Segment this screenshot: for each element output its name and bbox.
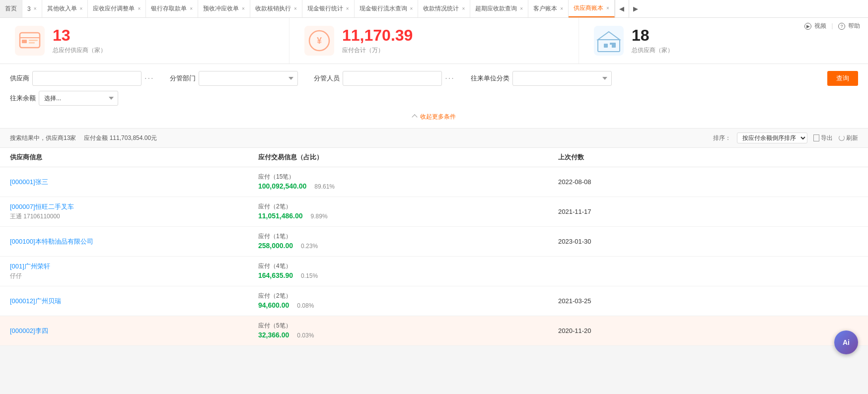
trans-percent: 0.15% xyxy=(301,272,318,279)
close-icon[interactable]: × xyxy=(190,6,193,11)
supplier-info-cell: [000002]李四 xyxy=(10,327,258,335)
refresh-icon xyxy=(839,135,845,141)
nav-payment-stats[interactable]: 收款情况统计 × xyxy=(418,0,470,17)
col-supplier-info: 供应商信息 xyxy=(10,153,258,162)
help-link[interactable]: 帮助 xyxy=(848,22,860,30)
video-link[interactable]: 视频 xyxy=(814,22,826,30)
nav-collection[interactable]: 收款核销执行 × xyxy=(250,0,302,17)
supplier-link[interactable]: [000007]恒旺二手叉车 xyxy=(10,203,74,210)
last-payment-cell: 2020-11-20 xyxy=(558,327,858,334)
trans-percent: 89.61% xyxy=(314,183,335,190)
last-payment-cell: 2021-11-17 xyxy=(558,208,858,215)
balance-field: 往来余额 选择... xyxy=(10,91,118,106)
stat-card-suppliers-payable: 13 总应付供应商（家） xyxy=(0,18,289,64)
table-row: [000001]张三 应付（15笔） 100,092,540.00 89.61%… xyxy=(0,167,868,197)
supplier-link[interactable]: [000100]本特勒油品有限公司 xyxy=(10,238,93,245)
transaction-info-cell: 应付（2笔） 94,600.00 0.08% xyxy=(258,292,558,310)
supplier-sub: 王通 17106110000 xyxy=(10,212,258,221)
nav-cash-stats[interactable]: 现金银行统计 × xyxy=(302,0,355,17)
chevron-up-icon xyxy=(412,114,417,120)
trans-amount[interactable]: 94,600.00 xyxy=(258,301,289,309)
supplier-field: 供应商 ··· xyxy=(10,71,154,86)
svg-text:¥: ¥ xyxy=(317,36,322,46)
supplier-input[interactable] xyxy=(32,71,142,86)
close-icon[interactable]: × xyxy=(462,6,465,11)
supplier-info-cell: [000012]广州贝瑞 xyxy=(10,297,258,306)
close-icon[interactable]: × xyxy=(346,6,349,11)
close-icon[interactable]: × xyxy=(560,6,563,11)
trans-label: 应付（15笔） xyxy=(258,173,558,181)
close-icon[interactable]: × xyxy=(34,6,37,11)
category-field: 往来单位分类 xyxy=(471,71,612,86)
close-icon[interactable]: × xyxy=(138,6,141,11)
top-nav: 首页 3 × 其他收入单 × 应收应付调整单 × 银行存取款单 × 预收冲应收单… xyxy=(0,0,868,18)
result-amount: 应付金额 111,703,854.00元 xyxy=(84,134,157,142)
person-field: 分管人员 ··· xyxy=(314,71,454,86)
trans-amount[interactable]: 258,000.00 xyxy=(258,242,293,250)
stats-bar: 13 总应付供应商（家） ¥ 11,170.39 应付合计（万） xyxy=(0,18,868,64)
trans-amount[interactable]: 32,366.00 xyxy=(258,331,289,339)
refresh-btn[interactable]: 刷新 xyxy=(839,134,858,142)
last-payment-cell: 2021-03-25 xyxy=(558,297,858,305)
dept-label: 分管部门 xyxy=(170,74,196,83)
sort-select[interactable]: 按应付余额倒序排序 xyxy=(737,132,807,143)
supplier-link[interactable]: [001]广州荣轩 xyxy=(10,263,50,270)
supplier-dots[interactable]: ··· xyxy=(145,74,154,83)
dept-select[interactable] xyxy=(199,71,298,86)
nav-adjustment[interactable]: 应收应付调整单 × xyxy=(88,0,146,17)
trans-amount[interactable]: 164,635.90 xyxy=(258,271,293,279)
nav-bank[interactable]: 银行存取款单 × xyxy=(146,0,198,17)
supplier-info-cell: [000001]张三 xyxy=(10,178,258,187)
trans-amount[interactable]: 100,092,540.00 xyxy=(258,182,306,190)
supplier-sub: 仔仔 xyxy=(10,272,258,280)
nav-supplier-ledger[interactable]: 供应商账本 × xyxy=(569,0,615,17)
nav-advance[interactable]: 预收冲应收单 × xyxy=(198,0,250,17)
money-icon: ¥ xyxy=(304,26,334,56)
stat-label-total: 应付合计（万） xyxy=(342,46,413,55)
close-icon[interactable]: × xyxy=(80,6,83,11)
collapse-button[interactable]: 收起更多条件 xyxy=(405,111,464,123)
export-btn[interactable]: 导出 xyxy=(813,134,833,142)
svg-rect-14 xyxy=(610,45,612,48)
supplier-link[interactable]: [000012]广州贝瑞 xyxy=(10,297,61,305)
result-bar: 搜索结果中，供应商13家 应付金额 111,703,854.00元 排序： 按应… xyxy=(0,129,868,148)
balance-select[interactable]: 选择... xyxy=(39,91,118,106)
nav-next-arrow[interactable]: ▶ xyxy=(629,0,643,17)
nav-other-income[interactable]: 其他收入单 × xyxy=(42,0,88,17)
dept-field: 分管部门 xyxy=(170,71,298,86)
category-select[interactable] xyxy=(512,71,612,86)
person-label: 分管人员 xyxy=(314,74,340,83)
nav-cash-flow[interactable]: 现金银行流水查询 × xyxy=(355,0,419,17)
last-payment-cell: 2022-08-08 xyxy=(558,178,858,186)
person-dots[interactable]: ··· xyxy=(445,74,454,83)
table-row: [001]广州荣轩 仔仔 应付（4笔） 164,635.90 0.15% xyxy=(0,257,868,286)
trans-label: 应付（5笔） xyxy=(258,322,558,330)
search-form: 供应商 ··· 分管部门 分管人员 ··· 往来单位分类 xyxy=(0,64,868,129)
close-icon[interactable]: × xyxy=(294,6,297,11)
trans-amount[interactable]: 11,051,486.00 xyxy=(258,212,303,220)
trans-label: 应付（2笔） xyxy=(258,202,558,211)
table-row: [000002]李四 应付（5笔） 32,366.00 0.03% 2020-1… xyxy=(0,316,868,346)
col-transaction-info: 应付交易信息（占比） xyxy=(258,153,558,162)
query-button[interactable]: 查询 xyxy=(827,71,858,86)
trans-percent: 9.89% xyxy=(311,213,328,220)
supplier-info-cell: [000007]恒旺二手叉车 王通 17106110000 xyxy=(10,202,258,221)
close-icon[interactable]: × xyxy=(410,6,413,11)
close-icon[interactable]: × xyxy=(520,6,523,11)
nav-overdue[interactable]: 超期应收款查询 × xyxy=(470,0,528,17)
category-label: 往来单位分类 xyxy=(471,74,509,83)
trans-label: 应付（2笔） xyxy=(258,292,558,300)
nav-prev-arrow[interactable]: ◀ xyxy=(615,0,629,17)
col-last-payment: 上次付数 xyxy=(558,153,858,162)
ai-button[interactable]: Ai xyxy=(834,330,858,354)
person-input[interactable] xyxy=(343,71,442,86)
trans-percent: 0.03% xyxy=(297,332,314,339)
nav-customer-ledger[interactable]: 客户账本 × xyxy=(528,0,569,17)
close-icon[interactable]: × xyxy=(242,6,245,11)
nav-home[interactable]: 首页 xyxy=(0,0,22,17)
nav-3[interactable]: 3 × xyxy=(22,0,42,17)
close-icon[interactable]: × xyxy=(606,5,609,11)
video-icon: ▶ xyxy=(804,23,811,30)
supplier-link[interactable]: [000001]张三 xyxy=(10,178,48,186)
supplier-link[interactable]: [000002]李四 xyxy=(10,327,48,334)
